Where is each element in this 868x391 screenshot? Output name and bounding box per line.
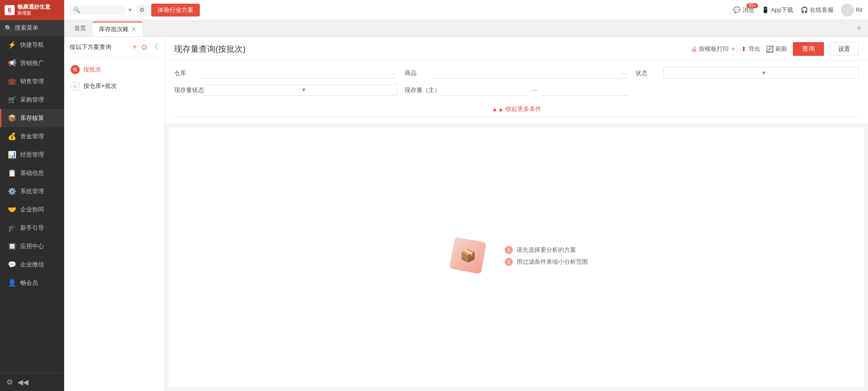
sidebar-item-apps[interactable]: 🔲 应用中心 [0, 237, 64, 255]
sidebar-item-finance[interactable]: 💰 资金管理 [0, 127, 64, 146]
settings-button[interactable]: 设置 [830, 42, 859, 56]
warehouse-filter-group: 仓库 ··· [174, 68, 397, 79]
product-input[interactable] [432, 68, 619, 78]
warehouse-more-icon[interactable]: ··· [389, 70, 397, 76]
tab-inventory-label: 库存批次账 [99, 25, 129, 33]
topbar-dropdown-icon[interactable]: ▼ [127, 7, 133, 13]
qty-from-input[interactable] [440, 85, 527, 95]
search-icon: 🔍 [5, 25, 12, 32]
tip-text-1: 请先选择要分析的方案 [516, 246, 576, 254]
print-button[interactable]: 🖨 按模板打印 ▼ [691, 45, 736, 53]
user-name: Rit [856, 7, 863, 13]
qty-to-input[interactable] [541, 85, 628, 95]
product-more-icon[interactable]: ··· [620, 70, 628, 76]
sidebar-header: 6 畅康通好生意 标准版 [0, 0, 64, 20]
query-button[interactable]: 查询 [793, 42, 824, 56]
basic-icon: 📋 [8, 169, 16, 177]
system-icon: ⚙️ [8, 187, 16, 196]
member-icon: 👤 [8, 279, 16, 287]
wechat-icon: 💬 [8, 261, 16, 269]
qty-from-field [440, 85, 527, 96]
quicknav-icon: ⚡ [8, 41, 16, 49]
collapse-conditions-button[interactable]: ▲▲ 收起更多条件 [174, 101, 859, 117]
empty-state: 1 请先选择要分析的方案 2 用过滤条件来缩小分析范围 [169, 128, 864, 387]
sidebar-item-marketing[interactable]: 📢 营销推广 [0, 54, 64, 72]
warehouse-input[interactable] [202, 68, 389, 78]
sidebar-item-member[interactable]: 👤 畅会员 [0, 274, 64, 292]
print-dropdown-icon[interactable]: ▼ [731, 46, 736, 52]
filter-row-1: 仓库 ··· 商品 ··· 状态 [174, 67, 859, 79]
product-field: ··· [432, 68, 628, 79]
inventory-status-label: 现存量状态 [174, 86, 204, 94]
status-filter-group: 状态 ▼ [636, 67, 859, 79]
filter-row-2: 现存量状态 ▼ 现存量（主） — [174, 84, 859, 96]
sales-icon: 💼 [8, 77, 16, 86]
sidebar-collapse-icon[interactable]: ◀◀ [17, 378, 28, 386]
inventory-status-group: 现存量状态 ▼ [174, 84, 397, 96]
scheme-item-batch[interactable]: 批 按批次 [64, 61, 165, 78]
tab-bar: 首页 库存批次账 ✕ ✕ [64, 20, 868, 37]
sidebar-item-inventory[interactable]: 📦 库存核算 [0, 109, 64, 127]
sidebar-item-label: 资金管理 [20, 132, 44, 141]
product-filter-group: 商品 ··· [405, 68, 628, 79]
print-icon: 🖨 [691, 45, 697, 53]
print-label: 按模板打印 [699, 45, 729, 53]
sidebar-item-purchase[interactable]: 🛒 采购管理 [0, 91, 64, 109]
scheme-header: 按以下方案查询 ＋ ⊙ 《 [64, 37, 165, 58]
sidebar-item-sales[interactable]: 💼 销售管理 [0, 72, 64, 91]
trial-button[interactable]: 体验行业方案 [151, 4, 200, 16]
tip-num-1: 1 [505, 246, 513, 254]
scheme-list: 批 按批次 ⊙ 按仓库+批次 [64, 58, 165, 391]
empty-illustration [445, 235, 491, 281]
topbar-gear-button[interactable]: ⚙ [136, 4, 148, 16]
sidebar-search[interactable]: 🔍 搜索菜单 [0, 20, 64, 36]
status-select[interactable]: ▼ [663, 67, 859, 79]
marketing-icon: 📢 [8, 59, 16, 67]
empty-content: 1 请先选择要分析的方案 2 用过滤条件来缩小分析范围 [445, 235, 588, 281]
messages-badge: 99+ [747, 3, 758, 8]
sidebar-item-enterprise[interactable]: 🤝 企业协同 [0, 201, 64, 219]
settings-icon[interactable]: ⚙ [6, 378, 13, 386]
tab-home[interactable]: 首页 [68, 21, 93, 36]
sidebar-scroll: ⚡ 快捷导航 📢 营销推广 💼 销售管理 🛒 采购管理 📦 库存核算 💰 资金管… [0, 36, 64, 373]
operations-icon: 📊 [8, 151, 16, 159]
inventory-status-select[interactable]: ▼ [204, 84, 397, 96]
sidebar-item-label: 经营管理 [20, 151, 44, 159]
app-download-button[interactable]: 📱 App下载 [762, 6, 793, 14]
refresh-button[interactable]: 🔄 刷新 [766, 45, 787, 53]
messages-button[interactable]: 💬 消息 99+ [733, 6, 754, 14]
scheme-item-warehouse-batch[interactable]: ⊙ 按仓库+批次 [64, 78, 165, 94]
refresh-icon: 🔄 [766, 45, 774, 53]
scheme-item-label: 按仓库+批次 [83, 82, 117, 90]
sidebar-item-wechat[interactable]: 💬 企业微信 [0, 255, 64, 274]
sidebar-search-label: 搜索菜单 [15, 24, 38, 32]
finance-icon: 💰 [8, 132, 16, 141]
online-service-button[interactable]: 🎧 在线客服 [801, 6, 834, 14]
sidebar-item-label: 企业微信 [20, 261, 44, 269]
tab-inventory[interactable]: 库存批次账 ✕ [93, 22, 143, 36]
topbar-search-input[interactable] [82, 7, 119, 13]
sidebar-item-system[interactable]: ⚙️ 系统管理 [0, 182, 64, 201]
enterprise-icon: 🤝 [8, 206, 16, 214]
user-info[interactable]: Rit [841, 4, 863, 16]
warehouse-label: 仓库 [174, 69, 202, 77]
sidebar-item-quicknav[interactable]: ⚡ 快捷导航 [0, 36, 64, 54]
sidebar-item-label: 销售管理 [20, 77, 44, 86]
app-logo: 6 [5, 5, 15, 15]
sidebar-item-basic[interactable]: 📋 基础信息 [0, 164, 64, 182]
add-scheme-button[interactable]: ＋ [131, 42, 138, 52]
collapse-scheme-button[interactable]: 《 [150, 41, 159, 53]
tab-close-icon[interactable]: ✕ [132, 26, 136, 33]
phone-icon: 📱 [762, 6, 769, 13]
topbar-search-box[interactable]: 🔍 [70, 5, 125, 15]
tip-num-2: 2 [505, 258, 513, 266]
scheme-header-actions: ＋ ⊙ 《 [131, 41, 159, 53]
export-label: 导出 [748, 45, 760, 53]
sidebar-item-guide[interactable]: 🎓 新手引导 [0, 219, 64, 237]
sidebar-item-operations[interactable]: 📊 经营管理 [0, 146, 64, 164]
sidebar-item-label: 畅会员 [20, 279, 38, 287]
export-button[interactable]: ⬆ 导出 [741, 45, 760, 53]
manage-scheme-button[interactable]: ⊙ [141, 43, 147, 51]
sidebar-item-label: 企业协同 [20, 206, 44, 214]
tab-panel-close-button[interactable]: ✕ [853, 23, 864, 34]
